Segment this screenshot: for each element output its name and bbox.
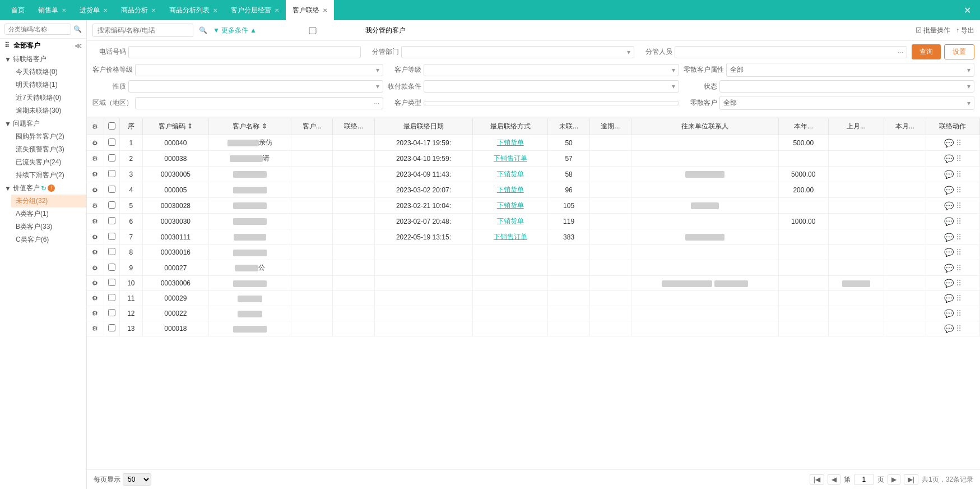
export-button[interactable]: ↑ 导出 — [956, 26, 974, 35]
chat-icon[interactable]: 💬 — [944, 264, 954, 273]
chat-icon[interactable]: 💬 — [944, 201, 954, 210]
close-tier-tab[interactable]: ✕ — [275, 7, 279, 13]
row-settings[interactable]: ⚙ — [87, 321, 104, 336]
tab-analysis-list[interactable]: 商品分析列表 ✕ — [162, 0, 224, 20]
next-page-button[interactable]: ▶ — [888, 474, 900, 485]
row-settings[interactable]: ⚙ — [87, 182, 104, 198]
sidebar-item-churned[interactable]: 已流失客户(24) — [11, 156, 86, 169]
more-action-icon[interactable]: ⠿ — [956, 324, 962, 333]
tab-analysis[interactable]: 商品分析 ✕ — [114, 0, 162, 20]
customer-grade-select[interactable]: ▾ — [424, 64, 679, 76]
price-grade-select[interactable]: ▾ — [135, 64, 383, 76]
sidebar-item-declining[interactable]: 持续下滑客户(2) — [11, 169, 86, 182]
chat-icon[interactable]: 💬 — [944, 154, 954, 163]
sidebar-item-tomorrow[interactable]: 明天待联络(1) — [11, 79, 86, 91]
region-more-icon[interactable]: ··· — [374, 99, 379, 107]
row-checkbox[interactable] — [104, 321, 119, 336]
row-settings[interactable]: ⚙ — [87, 245, 104, 260]
close-analysis-tab[interactable]: ✕ — [151, 7, 156, 13]
chat-icon[interactable]: 💬 — [944, 248, 954, 257]
window-close-button[interactable]: ✕ — [959, 5, 976, 16]
row-select-checkbox[interactable] — [108, 309, 115, 316]
row-select-checkbox[interactable] — [108, 217, 115, 224]
last-method-link[interactable]: 下销货单 — [497, 170, 524, 178]
last-method-link[interactable]: 下销货单 — [497, 186, 524, 193]
row-settings[interactable]: ⚙ — [87, 306, 104, 321]
chat-icon[interactable]: 💬 — [944, 139, 954, 147]
row-checkbox[interactable] — [104, 151, 119, 167]
main-search-button[interactable]: 🔍 — [199, 26, 207, 34]
chat-icon[interactable]: 💬 — [944, 170, 954, 179]
row-checkbox[interactable] — [104, 291, 119, 306]
sidebar-all-customers[interactable]: ⠿ 全部客户 ≪ — [0, 39, 86, 53]
row-select-checkbox[interactable] — [108, 279, 115, 286]
row-checkbox[interactable] — [104, 135, 119, 151]
gender-select[interactable]: ▾ — [128, 80, 383, 93]
more-action-icon[interactable]: ⠿ — [956, 154, 962, 163]
retail-attr-select[interactable]: 全部 ▾ — [726, 63, 974, 77]
sidebar-problem-header[interactable]: ▼ 问题客户 — [0, 117, 86, 130]
chat-icon[interactable]: 💬 — [944, 217, 954, 226]
row-checkbox[interactable] — [104, 198, 119, 214]
tab-purchase[interactable]: 进货单 ✕ — [73, 0, 114, 20]
row-checkbox[interactable] — [104, 306, 119, 321]
row-settings[interactable]: ⚙ — [87, 229, 104, 245]
my-customers-checkbox[interactable] — [262, 27, 363, 34]
row-select-checkbox[interactable] — [108, 186, 115, 193]
last-method-link[interactable]: 下销售订单 — [494, 154, 527, 162]
sidebar-item-7days[interactable]: 近7天待联络(0) — [11, 91, 86, 104]
row-select-checkbox[interactable] — [108, 233, 115, 240]
row-settings[interactable]: ⚙ — [87, 276, 104, 291]
row-settings[interactable]: ⚙ — [87, 167, 104, 182]
row-checkbox[interactable] — [104, 214, 119, 229]
sidebar-item-churn-warning[interactable]: 流失预警客户(3) — [11, 143, 86, 156]
col-header-name[interactable]: 客户名称 ⇕ — [208, 118, 291, 135]
row-settings[interactable]: ⚙ — [87, 291, 104, 306]
last-method-link[interactable]: 下销货单 — [497, 217, 524, 225]
more-action-icon[interactable]: ⠿ — [956, 309, 962, 318]
sidebar-item-grade-a[interactable]: A类客户(1) — [11, 207, 86, 220]
more-action-icon[interactable]: ⠿ — [956, 264, 962, 273]
tab-customer-tier[interactable]: 客户分层经营 ✕ — [224, 0, 286, 20]
chat-icon[interactable]: 💬 — [944, 324, 954, 333]
sidebar-search-input[interactable] — [4, 24, 71, 35]
more-action-icon[interactable]: ⠿ — [956, 139, 962, 147]
refresh-icon[interactable]: ↻ — [41, 184, 47, 192]
row-checkbox[interactable] — [104, 260, 119, 276]
sidebar-search-icon[interactable]: 🔍 — [73, 25, 82, 33]
more-action-icon[interactable]: ⠿ — [956, 233, 962, 242]
batch-ops-button[interactable]: ☑ 批量操作 — [916, 26, 950, 35]
row-select-checkbox[interactable] — [108, 139, 115, 146]
phone-input[interactable] — [128, 46, 361, 58]
last-method-link[interactable]: 下销售订单 — [494, 233, 527, 241]
my-customers-checkbox-label[interactable]: 我分管的客户 — [262, 26, 406, 35]
reset-button[interactable]: 设置 — [944, 44, 974, 59]
sidebar-value-header[interactable]: ▼ 价值客户 ↻ ! — [0, 182, 86, 195]
col-header-code[interactable]: 客户编码 ⇕ — [143, 118, 208, 135]
row-settings[interactable]: ⚙ — [87, 151, 104, 167]
row-settings[interactable]: ⚙ — [87, 214, 104, 229]
chat-icon[interactable]: 💬 — [944, 279, 954, 288]
sidebar-item-grade-b[interactable]: B类客户(33) — [11, 220, 86, 233]
last-method-link[interactable]: 下销货单 — [497, 139, 524, 146]
row-settings[interactable]: ⚙ — [87, 135, 104, 151]
main-search-input[interactable] — [92, 24, 193, 37]
select-all-checkbox[interactable] — [108, 122, 115, 130]
first-page-button[interactable]: |◀ — [810, 474, 824, 485]
query-button[interactable]: 查询 — [912, 44, 941, 59]
row-select-checkbox[interactable] — [108, 154, 115, 162]
retail-customer-select[interactable]: 全部 ▾ — [719, 96, 974, 110]
customer-type-select[interactable] — [424, 101, 679, 105]
chat-icon[interactable]: 💬 — [944, 186, 954, 195]
chat-icon[interactable]: 💬 — [944, 294, 954, 303]
row-checkbox[interactable] — [104, 276, 119, 291]
close-analysis-list-tab[interactable]: ✕ — [213, 7, 217, 13]
status-select[interactable]: ▾ — [719, 80, 974, 93]
row-select-checkbox[interactable] — [108, 264, 115, 271]
row-select-checkbox[interactable] — [108, 170, 115, 177]
sidebar-item-hoard-abnormal[interactable]: 囤购异常客户(2) — [11, 130, 86, 143]
more-action-icon[interactable]: ⠿ — [956, 279, 962, 288]
prev-page-button[interactable]: ◀ — [828, 474, 840, 485]
chat-icon[interactable]: 💬 — [944, 309, 954, 318]
row-checkbox[interactable] — [104, 245, 119, 260]
